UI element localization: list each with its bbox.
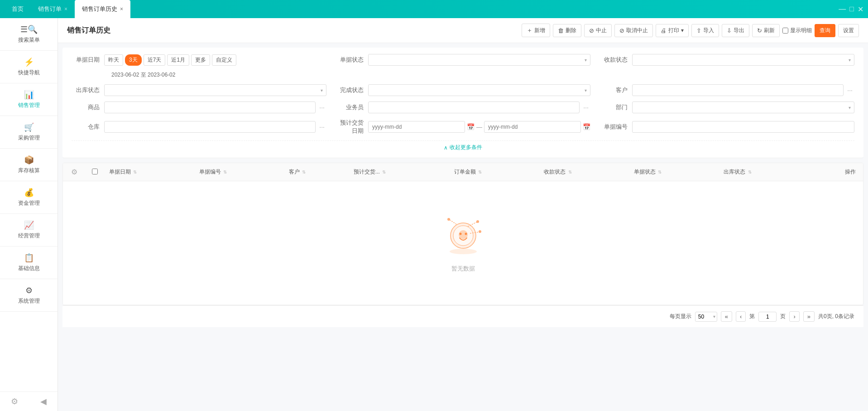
end-date-input[interactable] bbox=[484, 121, 581, 133]
date-yesterday-btn[interactable]: 昨天 bbox=[104, 54, 123, 66]
stop-button[interactable]: ⊘ 中止 bbox=[584, 24, 612, 37]
tab-sales-order-history-close[interactable]: × bbox=[120, 6, 123, 12]
salesman-dots-icon[interactable]: ··· bbox=[581, 104, 590, 111]
dept-select-wrapper: ▾ bbox=[632, 102, 854, 113]
expected-date-label: 预计交货日期 bbox=[336, 119, 368, 135]
out-stock-content: 全部 未出库 部分出库 已出库 ▾ bbox=[104, 84, 326, 96]
cancel-stop-button[interactable]: ⊘ 取消中止 bbox=[614, 24, 653, 37]
query-label: 查询 bbox=[820, 27, 830, 34]
svg-point-6 bbox=[476, 220, 479, 223]
th-receipt-status[interactable]: 收款状态 ⇅ bbox=[538, 163, 628, 181]
th-bill-status[interactable]: 单据状态 ⇅ bbox=[628, 163, 719, 181]
sidebar-item-search-menu[interactable]: ☰🔍 搜索菜单 bbox=[0, 18, 58, 51]
pagination: 每页显示 10 20 50 100 ▾ « ‹ 第 页 › » 共0页, 0条记… bbox=[62, 305, 863, 327]
th-actions: 操作 bbox=[808, 163, 863, 181]
th-out-stock-status[interactable]: 出库状态 ⇅ bbox=[718, 163, 808, 181]
sidebar-item-quick-nav[interactable]: ⚡ 快捷导航 bbox=[0, 51, 58, 83]
warehouse-input[interactable] bbox=[104, 121, 316, 133]
tab-home-label: 首页 bbox=[12, 5, 24, 13]
refresh-button[interactable]: ↻ 刷新 bbox=[752, 24, 780, 37]
first-page-button[interactable]: « bbox=[721, 311, 732, 322]
last-page-button[interactable]: » bbox=[803, 311, 815, 322]
new-button[interactable]: ＋ 新增 bbox=[522, 24, 550, 37]
warehouse-dots-icon[interactable]: ··· bbox=[317, 123, 326, 131]
th-customer[interactable]: 客户 ⇅ bbox=[283, 163, 348, 181]
settings-button[interactable]: 设置 bbox=[838, 24, 859, 37]
prev-page-button[interactable]: ‹ bbox=[736, 311, 746, 322]
bill-status-select-wrapper: 全部 待审核 已审核 已驳回 ▾ bbox=[368, 54, 590, 66]
sidebar-item-inventory[interactable]: 📦 库存核算 bbox=[0, 149, 58, 181]
filter-cell-bill-status: 单据状态 全部 待审核 已审核 已驳回 ▾ bbox=[336, 54, 590, 66]
tab-sales-order-close[interactable]: × bbox=[64, 6, 67, 12]
maximize-icon[interactable]: □ bbox=[849, 5, 854, 13]
date-7days-btn[interactable]: 近7天 bbox=[144, 54, 166, 66]
print-button[interactable]: 🖨 打印 ▾ bbox=[656, 24, 689, 37]
th-settings: ⚙ bbox=[63, 163, 86, 181]
date-3days-btn[interactable]: 3天 bbox=[125, 54, 142, 66]
bill-no-input[interactable] bbox=[632, 121, 854, 133]
close-window-icon[interactable]: ✕ bbox=[858, 5, 863, 14]
complete-status-select[interactable]: 全部 未完成 已完成 bbox=[368, 84, 590, 96]
tab-sales-order-history[interactable]: 销售订单历史 × bbox=[75, 0, 130, 18]
date-more-btn[interactable]: 更多 bbox=[191, 54, 210, 66]
page-size-select[interactable]: 10 20 50 100 bbox=[695, 312, 717, 322]
customer-input[interactable] bbox=[632, 84, 844, 96]
table-settings-icon[interactable]: ⚙ bbox=[71, 168, 77, 176]
th-amount[interactable]: 订单金额 ⇅ bbox=[449, 163, 539, 181]
customer-content: ··· bbox=[632, 84, 854, 96]
start-cal-icon[interactable]: 📅 bbox=[467, 123, 475, 131]
bill-status-select[interactable]: 全部 待审核 已审核 已驳回 bbox=[368, 54, 590, 66]
show-detail-checkbox[interactable] bbox=[782, 28, 788, 34]
out-stock-select[interactable]: 全部 未出库 部分出库 已出库 bbox=[104, 84, 326, 96]
end-cal-icon[interactable]: 📅 bbox=[583, 123, 590, 131]
th-expected-date[interactable]: 预计交货... ⇅ bbox=[348, 163, 449, 181]
date-1month-btn[interactable]: 近1月 bbox=[167, 54, 189, 66]
customer-dots-icon[interactable]: ··· bbox=[845, 87, 854, 94]
start-date-input[interactable] bbox=[368, 121, 465, 133]
minimize-icon[interactable]: — bbox=[839, 5, 846, 13]
th-bill-no[interactable]: 单据编号 ⇅ bbox=[194, 163, 284, 181]
bill-status-label: 单据状态 bbox=[336, 56, 368, 64]
receipt-status-label: 收款状态 bbox=[599, 56, 632, 64]
sidebar-item-finance[interactable]: 💰 资金管理 bbox=[0, 181, 58, 214]
sidebar-item-base-info[interactable]: 📋 基础信息 bbox=[0, 247, 58, 279]
of-page-label: 页 bbox=[780, 313, 786, 320]
empty-cell: 暂无数据 bbox=[63, 181, 863, 305]
th-actions-label: 操作 bbox=[845, 169, 856, 175]
sidebar-settings-icon[interactable]: ⚙ bbox=[11, 396, 18, 406]
select-all-checkbox[interactable] bbox=[92, 169, 98, 174]
tab-sales-order[interactable]: 销售订单 × bbox=[31, 0, 75, 18]
receipt-status-select[interactable]: 全部 未收款 部分收款 已收款 bbox=[632, 54, 854, 66]
sidebar-item-search-menu-label: 搜索菜单 bbox=[18, 36, 40, 44]
product-dots-icon[interactable]: ··· bbox=[317, 104, 326, 111]
show-detail-checkbox-label[interactable]: 显示明细 bbox=[782, 27, 812, 34]
dept-select[interactable] bbox=[632, 102, 854, 113]
import-button[interactable]: ⇧ 导入 bbox=[691, 24, 719, 37]
export-button[interactable]: ⇩ 导出 bbox=[722, 24, 749, 37]
th-date[interactable]: 单据日期 ⇅ bbox=[104, 163, 194, 181]
complete-status-label: 完成状态 bbox=[336, 86, 368, 94]
page-input[interactable] bbox=[758, 312, 777, 322]
sidebar-item-sales-mgmt[interactable]: 📊 销售管理 bbox=[0, 83, 58, 116]
delete-button[interactable]: 🗑 删除 bbox=[553, 24, 581, 37]
empty-state-illustration bbox=[441, 213, 486, 258]
next-page-button[interactable]: › bbox=[789, 311, 799, 322]
sidebar-item-sys-mgmt[interactable]: ⚙ 系统管理 bbox=[0, 279, 58, 312]
toolbar: ＋ 新增 🗑 删除 ⊘ 中止 ⊘ 取消中止 🖨 打印 bbox=[522, 24, 859, 37]
dept-label: 部门 bbox=[599, 103, 632, 111]
query-button[interactable]: 查询 bbox=[815, 24, 835, 37]
collapse-button[interactable]: ∧ 收起更多条件 bbox=[444, 144, 482, 151]
date-custom-btn[interactable]: 自定义 bbox=[212, 54, 236, 66]
product-input[interactable] bbox=[104, 102, 316, 113]
th-receipt-status-label: 收款状态 bbox=[544, 169, 566, 175]
sidebar-collapse-icon[interactable]: ◀ bbox=[40, 396, 47, 406]
collapse-label: 收起更多条件 bbox=[450, 144, 482, 151]
salesman-input[interactable] bbox=[368, 102, 580, 113]
tab-home[interactable]: 首页 bbox=[5, 0, 31, 18]
filter-cell-bill-no: 单据编号 bbox=[599, 119, 854, 135]
sidebar-item-purchase-mgmt[interactable]: 🛒 采购管理 bbox=[0, 116, 58, 149]
sidebar-item-operations[interactable]: 📈 经营管理 bbox=[0, 214, 58, 247]
print-label: 打印 bbox=[668, 27, 679, 34]
svg-point-8 bbox=[479, 230, 481, 233]
bill-no-content bbox=[632, 121, 854, 133]
